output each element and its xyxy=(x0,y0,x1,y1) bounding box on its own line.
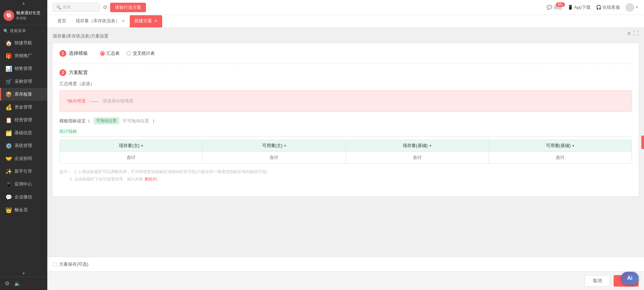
tab-home[interactable]: 首页 xyxy=(53,15,71,27)
audio-icon[interactable]: 🔈 xyxy=(14,280,21,287)
sidebar-item-management[interactable]: 📋 经营管理 xyxy=(0,114,47,126)
topbar-user[interactable]: ▼ xyxy=(625,3,639,12)
step1-header: 1 选择模板 汇总表 交叉统计表 xyxy=(59,50,632,57)
tabs-bar: 首页 现存量（库存状况表） ✕ 新建方案 ✕ xyxy=(47,15,644,28)
topbar-app-download[interactable]: 📱 App下载 xyxy=(568,4,591,10)
stats-col-2[interactable]: 现存量(基辅) ▾ xyxy=(346,140,489,151)
handshake-icon: 🤝 xyxy=(6,155,12,162)
stats-section-label: 统计指标 xyxy=(59,128,632,137)
sidebar-item-sales[interactable]: 📊 销售管理 xyxy=(0,62,47,75)
topbar-msg[interactable]: 💬 消息 99+ xyxy=(547,4,562,10)
chevron-down-icon: ▼ xyxy=(635,5,639,9)
app-logo-icon: 畅 xyxy=(3,10,14,21)
cancel-button[interactable]: 取消 xyxy=(585,275,610,287)
draggable-tag: 可拖动位置 xyxy=(94,117,119,124)
stats-table-header: 现存量(主) ▾ 可用量(主) ▾ 现存量(基辅) ▾ 可用量(基辅) xyxy=(60,140,631,151)
tip-1: 提示： 1. 1.拖动标题栏可以调整布局，不可跨维度或指标区域拖动栏目字段(只能… xyxy=(59,168,632,176)
radio-summary-circle xyxy=(100,51,105,56)
dim-dash: —— xyxy=(90,99,99,104)
trial-button[interactable]: 体验行业方案 xyxy=(110,3,146,12)
tip-section: 提示： 1. 1.拖动标题栏可以调整布局，不可跨维度或指标区域拖动栏目字段(只能… xyxy=(59,168,632,183)
sidebar-item-member[interactable]: 👑 畅会员 xyxy=(0,203,47,216)
wechat-icon: 💬 xyxy=(6,194,12,200)
folder-icon: 🗂️ xyxy=(6,130,12,136)
step1-section: 1 选择模板 汇总表 交叉统计表 xyxy=(59,50,632,57)
cart-icon: 🛒 xyxy=(6,78,12,84)
sidebar-item-guide[interactable]: ✨ 新手引导 xyxy=(0,165,47,178)
radio-crosstab-circle xyxy=(126,51,131,56)
chevron-down-icon-1: ▾ xyxy=(284,144,286,148)
tab-inventory-status[interactable]: 现存量（库存状况表） ✕ xyxy=(71,15,130,27)
sidebar-item-basic[interactable]: 🗂️ 基础信息 xyxy=(0,126,47,139)
sidebar-scroll-down[interactable]: ▼ xyxy=(0,270,47,276)
save-row: 方案保存(可选) xyxy=(47,257,644,271)
main-panel: 1 选择模板 汇总表 交叉统计表 xyxy=(53,43,639,196)
radio-summary[interactable]: 汇总表 xyxy=(100,50,120,56)
ai-float-button[interactable]: Ai xyxy=(621,272,639,285)
right-scroll-tab[interactable] xyxy=(641,136,644,149)
sidebar-bottom: ⚙ 🔈 xyxy=(0,276,47,290)
stats-col-3[interactable]: 可用量(基辅) ▾ xyxy=(489,140,631,151)
topbar-gear-icon[interactable]: ⚙ xyxy=(103,4,107,10)
topbar-search-box[interactable]: 🔍 搜索 xyxy=(53,3,100,12)
vertical-dim-label: *纵向维度 xyxy=(67,98,86,104)
chart-icon: 📊 xyxy=(6,66,12,72)
sidebar-item-cooperation[interactable]: 🤝 企业协同 xyxy=(0,152,47,165)
stats-col-1[interactable]: 可用量(主) ▾ xyxy=(203,140,346,151)
chevron-down-icon-2: ▾ xyxy=(429,144,431,148)
topbar: 🔍 搜索 ⚙ 体验行业方案 💬 消息 99+ 📱 App下载 🎧 在线客服 xyxy=(47,0,644,15)
step2-header: 2 方案配置 xyxy=(59,69,632,76)
settings-icon[interactable]: ⚙ xyxy=(5,280,9,287)
sidebar-item-system[interactable]: ⚙️ 系统管理 xyxy=(0,139,47,152)
stats-body-3: 合计 xyxy=(489,152,631,163)
sidebar-scroll-up[interactable]: ▲ xyxy=(0,0,47,6)
save-checkbox[interactable] xyxy=(53,262,57,267)
stats-col-0[interactable]: 现存量(主) ▾ xyxy=(60,140,203,151)
dimension-label: 汇总维度（必选） xyxy=(59,81,632,87)
home-icon: 🏠 xyxy=(6,40,12,46)
topbar-online-service[interactable]: 🎧 在线客服 xyxy=(596,4,620,10)
radio-crosstab[interactable]: 交叉统计表 xyxy=(126,50,155,56)
dim-placeholder: 请选择分组维度 xyxy=(103,98,133,104)
tab-close-inventory[interactable]: ✕ xyxy=(122,19,125,23)
step2-title: 方案配置 xyxy=(69,70,88,76)
tip-2: 2. 点击标题栏下拉可设置排序、插入列和 删除列 xyxy=(59,176,632,183)
sidebar-item-finance[interactable]: 💰 资金管理 xyxy=(0,101,47,114)
crown-icon: 👑 xyxy=(6,207,12,213)
step2-badge: 2 xyxy=(59,69,66,76)
stats-body-1: 合计 xyxy=(203,152,346,163)
indicator-setting: 模板指标设定（ 可拖动位置 不可拖动位置 ） xyxy=(59,117,632,124)
sidebar-item-wechat[interactable]: 💬 企业微信 xyxy=(0,191,47,203)
step1-badge: 1 xyxy=(59,50,66,57)
stats-body-0: 合计 xyxy=(60,152,203,163)
gift-icon: 🎁 xyxy=(6,53,12,59)
sidebar: ▲ 畅 畅康通好生意 标准版 🔍 搜索菜单 🏠 快捷导航 🎁 营销推广 📊 销售… xyxy=(0,0,47,290)
box-icon: 📦 xyxy=(6,91,12,97)
sidebar-item-shortcut[interactable]: 🏠 快捷导航 xyxy=(0,37,47,49)
divider-1 xyxy=(59,64,632,64)
save-label: 方案保存(可选) xyxy=(59,261,89,267)
sidebar-item-marketing[interactable]: 🎁 营销推广 xyxy=(0,49,47,62)
stats-table: 现存量(主) ▾ 可用量(主) ▾ 现存量(基辅) ▾ 可用量(基辅) xyxy=(59,140,632,164)
chevron-down-icon-0: ▾ xyxy=(141,144,143,148)
sidebar-item-inventory[interactable]: 📦 库存核算 xyxy=(0,88,47,101)
close-panel-icon[interactable]: ✕ xyxy=(627,30,631,37)
stats-table-body: 合计 合计 合计 合计 xyxy=(60,151,631,163)
mobile-icon: 📱 xyxy=(6,181,12,187)
money-icon: 💰 xyxy=(6,104,12,110)
step1-title: 选择模板 xyxy=(69,50,88,56)
app-icon: 📱 xyxy=(568,5,573,10)
chevron-down-icon-3: ▾ xyxy=(572,144,574,148)
sidebar-item-purchase[interactable]: 🛒 采购管理 xyxy=(0,75,47,88)
dimension-box[interactable]: *纵向维度 —— 请选择分组维度 xyxy=(59,90,632,112)
msg-icon: 💬 xyxy=(547,5,552,10)
sidebar-item-app-center[interactable]: 📱 应用中心 xyxy=(0,178,47,191)
gear-icon: ⚙️ xyxy=(6,143,12,149)
breadcrumb: 现存量(库存状况表)方案设置 xyxy=(53,33,639,39)
search-icon: 🔍 xyxy=(3,29,8,33)
tab-new-plan[interactable]: 新建方案 ✕ xyxy=(130,15,162,27)
expand-panel-icon[interactable]: ⛶ xyxy=(633,30,639,37)
template-options: 汇总表 交叉统计表 xyxy=(100,50,155,56)
tab-close-new-plan[interactable]: ✕ xyxy=(154,19,157,23)
sidebar-search-menu[interactable]: 🔍 搜索菜单 xyxy=(0,25,47,37)
